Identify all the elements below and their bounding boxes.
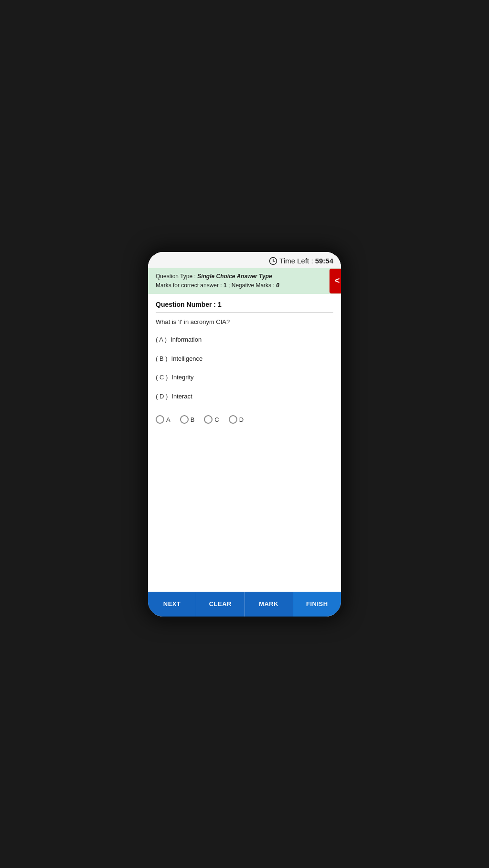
header: Time Left : 59:54 xyxy=(148,252,341,268)
question-area: Question Number : 1 What is 'I' in acron… xyxy=(148,294,341,592)
question-number: Question Number : 1 xyxy=(156,301,333,313)
negative-value: 0 xyxy=(276,282,279,289)
question-type-value: Single Choice Answer Type xyxy=(197,273,272,280)
nav-button[interactable]: < xyxy=(330,269,341,293)
next-button[interactable]: NEXT xyxy=(148,592,196,617)
phone-container: Time Left : 59:54 Question Type : Single… xyxy=(144,248,345,620)
option-d-label: ( D ) xyxy=(156,392,168,401)
radio-circle-d xyxy=(229,415,237,424)
radio-c[interactable]: C xyxy=(204,415,219,424)
option-a-label: ( A ) xyxy=(156,335,167,345)
option-c[interactable]: ( C ) Integrity xyxy=(156,371,333,384)
nav-chevron-icon: < xyxy=(335,276,340,286)
question-type-line: Question Type : Single Choice Answer Typ… xyxy=(156,272,333,281)
negative-label: ; Negative Marks : xyxy=(228,282,275,289)
option-d[interactable]: ( D ) Interact xyxy=(156,390,333,403)
clear-button[interactable]: CLEAR xyxy=(196,592,244,617)
marks-line: Marks for correct answer : 1 ; Negative … xyxy=(156,281,333,290)
timer-container: Time Left : 59:54 xyxy=(269,257,333,265)
option-a[interactable]: ( A ) Information xyxy=(156,333,333,346)
timer-value: 59:54 xyxy=(315,257,333,265)
marks-label: Marks for correct answer : xyxy=(156,282,222,289)
option-b-text: Intelligence xyxy=(171,354,203,364)
option-c-text: Integrity xyxy=(171,373,193,382)
info-bar: Question Type : Single Choice Answer Typ… xyxy=(148,268,341,294)
radio-label-d: D xyxy=(239,416,244,423)
question-type-label: Question Type : xyxy=(156,273,196,280)
bottom-toolbar: NEXT CLEAR MARK FINISH xyxy=(148,592,341,617)
radio-label-a: A xyxy=(166,416,170,423)
mark-button[interactable]: MARK xyxy=(245,592,293,617)
finish-button[interactable]: FINISH xyxy=(293,592,341,617)
marks-value: 1 xyxy=(223,282,227,289)
radio-label-b: B xyxy=(191,416,195,423)
screen: Time Left : 59:54 Question Type : Single… xyxy=(148,252,341,617)
answer-selector: A B C D xyxy=(156,410,333,429)
timer-label: Time Left : xyxy=(279,257,313,265)
clock-icon xyxy=(269,257,277,265)
radio-label-c: C xyxy=(214,416,219,423)
question-text: What is 'I' in acronym CIA? xyxy=(156,317,333,327)
radio-a[interactable]: A xyxy=(156,415,170,424)
option-b[interactable]: ( B ) Intelligence xyxy=(156,352,333,366)
radio-circle-c xyxy=(204,415,213,424)
radio-d[interactable]: D xyxy=(229,415,244,424)
option-d-text: Interact xyxy=(171,392,192,401)
option-b-label: ( B ) xyxy=(156,354,168,364)
radio-circle-a xyxy=(156,415,164,424)
radio-circle-b xyxy=(180,415,189,424)
option-a-text: Information xyxy=(170,335,202,345)
radio-b[interactable]: B xyxy=(180,415,195,424)
option-c-label: ( C ) xyxy=(156,373,168,382)
